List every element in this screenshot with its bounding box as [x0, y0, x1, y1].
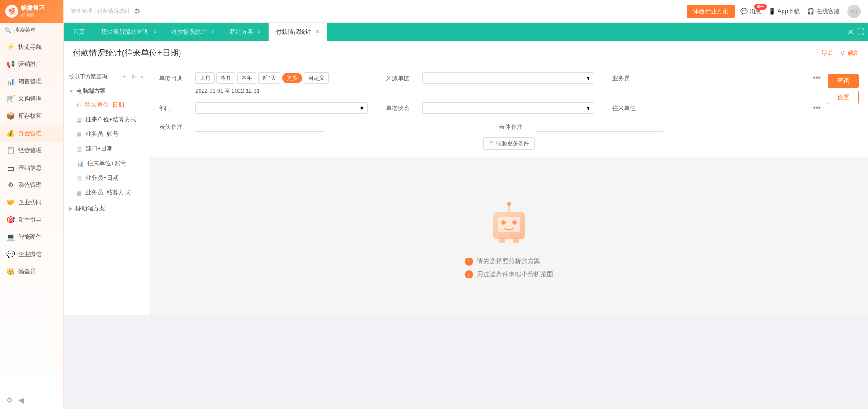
sidebar-item-member[interactable]: 👑 畅会员	[0, 263, 63, 280]
app-download-button[interactable]: 📱 App下载	[768, 7, 800, 15]
tab-payments-close[interactable]: ×	[316, 29, 319, 35]
hardware-icon: 💻	[6, 233, 15, 241]
sidebar-item-enterprise[interactable]: 🤝 企业协同	[0, 194, 63, 211]
source-doc-label: 来源单据	[386, 72, 413, 82]
filter-fields: 单据日期 上月 本月 本年 近7天 更多	[159, 72, 821, 132]
sidebar-item-basic[interactable]: 🗃 基础信息	[0, 159, 63, 177]
query-set-group: 查询 设置	[828, 74, 859, 104]
empty-hint-2: 2 用过滤条件来缩小分析范围	[465, 270, 553, 278]
filter-section: 单据日期 上月 本月 本年 近7天 更多	[150, 65, 868, 157]
mobile-plans-header[interactable]: ▶ 移动端方案	[64, 202, 150, 215]
sidebar-item-sales[interactable]: 📊 销售管理	[0, 73, 63, 90]
tab-cashflow[interactable]: 现金银行流水查询 ×	[94, 23, 164, 41]
header-note-field	[195, 121, 481, 132]
desktop-plans-header[interactable]: ▼ 电脑端方案	[64, 84, 150, 98]
plan-item-dept-date[interactable]: ▦ 部门+日期	[64, 141, 150, 156]
right-content: 单据日期 上月 本月 本年 近7天 更多	[150, 65, 868, 315]
plan-item-staff-settlement[interactable]: ▦ 业务员+结算方式	[64, 185, 150, 200]
sidebar-item-wechat[interactable]: 💬 企业微信	[0, 246, 63, 263]
doc-status-select[interactable]: ▾	[422, 102, 594, 114]
counterparty-input[interactable]	[649, 102, 811, 113]
date-this-month[interactable]: 本月	[216, 72, 235, 84]
search-menu[interactable]: 🔍 搜索菜单	[0, 23, 63, 38]
date-buttons-row: 上月 本月 本年 近7天 更多 自定义	[195, 72, 329, 84]
plan-icon-5: ▦	[76, 175, 82, 182]
plan-settings-icon[interactable]: ⚙	[131, 73, 137, 80]
tab-payments[interactable]: 付款情况统计 ×	[269, 23, 327, 41]
collapse-button[interactable]: ⌃ 收起更多条件	[483, 137, 535, 150]
sidebar-item-inventory[interactable]: 📦 库存核算	[0, 107, 63, 125]
tab-new-plan[interactable]: 新建方案 ×	[222, 23, 269, 41]
logo-text: 畅捷通巧 标准版	[21, 4, 45, 19]
query-button[interactable]: 查询	[828, 74, 859, 88]
sidebar-item-quick-nav[interactable]: ⚡ 快捷导航	[0, 38, 63, 56]
plan-item-staff-date[interactable]: ▦ 业务员+日期	[64, 171, 150, 185]
tab-new-plan-close[interactable]: ×	[258, 29, 261, 35]
messages-button[interactable]: 💬 消息 99+	[740, 7, 761, 15]
trial-button[interactable]: 体验行业方案	[687, 5, 735, 18]
date-7days[interactable]: 近7天	[258, 72, 280, 84]
add-plan-icon[interactable]: ＋	[121, 72, 127, 81]
export-button[interactable]: ↑ 导出	[817, 49, 833, 57]
settings-button[interactable]: 设置	[828, 91, 859, 104]
messages-badge: 99+	[754, 4, 767, 10]
online-service-button[interactable]: 🎧 在线客服	[807, 7, 840, 15]
header-actions: 体验行业方案	[687, 5, 735, 18]
enterprise-icon: 🤝	[6, 198, 15, 207]
sidebar-nav: ⚡ 快捷导航 📢 营销推广 📊 销售管理 🛒 采购管理 📦 库存核算 💰 资金管…	[0, 38, 63, 391]
purchase-icon: 🛒	[6, 95, 15, 103]
tab-home[interactable]: 首页	[64, 23, 94, 41]
plan-item-unit-date[interactable]: ⊙ 往来单位+日期	[64, 98, 150, 112]
left-plan-panel: 按以下方案查询 ＋ ⚙ « ▼ 电脑端方案 ⊙ 往来单位+日期	[64, 65, 150, 315]
date-this-year[interactable]: 本年	[237, 72, 256, 84]
empty-hint-1: 1 请先选择要分析的方案	[465, 258, 540, 266]
sidebar-item-purchase[interactable]: 🛒 采购管理	[0, 90, 63, 107]
close-all-tabs-icon[interactable]: ✕	[848, 28, 853, 36]
expand-icon[interactable]: ⛶	[857, 28, 864, 36]
salesman-dots[interactable]: •••	[813, 74, 821, 82]
collapse-panel-icon[interactable]: «	[140, 73, 144, 80]
header-note-input[interactable]	[195, 121, 323, 132]
date-filter-content: 上月 本月 本年 近7天 更多 自定义 2022-01-01 至 2022-12…	[195, 72, 368, 95]
dept-chevron: ▾	[360, 105, 364, 111]
header-note-label: 表头备注	[159, 121, 186, 131]
source-doc-field: ▾	[422, 72, 594, 84]
svg-rect-6	[499, 238, 505, 243]
sidebar-item-operation[interactable]: 📋 经营管理	[0, 142, 63, 159]
salesman-input[interactable]	[649, 72, 811, 83]
plan-item-unit-settlement[interactable]: ▦ 往来单位+结算方式	[64, 112, 150, 127]
sidebar: 畅 畅捷通巧 标准版 🔍 搜索菜单 ⚡ 快捷导航 📢 营销推广 📊 销售管理 🛒…	[0, 0, 64, 409]
settings-footer-icon[interactable]: ⚙	[6, 396, 13, 404]
plan-icon-1: ▦	[76, 116, 82, 123]
sidebar-item-finance[interactable]: 💰 资金管理	[0, 125, 63, 142]
wechat-icon: 💬	[6, 250, 15, 258]
sidebar-item-marketing[interactable]: 📢 营销推广	[0, 56, 63, 73]
date-last-month[interactable]: 上月	[195, 72, 215, 84]
mobile-plans-group: ▶ 移动端方案	[64, 202, 150, 215]
sidebar-item-hardware[interactable]: 💻 智能硬件	[0, 228, 63, 246]
plan-item-unit-account[interactable]: 📊 往来单位+账号	[64, 156, 150, 171]
plan-item-staff-account[interactable]: ▦ 业务员+账号	[64, 127, 150, 141]
counterparty-dots[interactable]: •••	[813, 104, 821, 112]
inventory-icon: 📦	[6, 112, 15, 120]
tab-receipts-close[interactable]: ×	[211, 29, 215, 35]
sidebar-item-guide[interactable]: 🎯 新手引导	[0, 211, 63, 228]
counterparty-field: •••	[649, 102, 821, 113]
sidebar-item-system[interactable]: ⚙ 系统管理	[0, 177, 63, 194]
dept-label: 部门	[159, 102, 186, 112]
tab-cashflow-close[interactable]: ×	[153, 29, 156, 35]
user-avatar[interactable]: Rit	[847, 5, 861, 18]
settings-icon[interactable]: ⚙	[134, 7, 140, 15]
tab-receipts[interactable]: 收款情况统计 ×	[164, 23, 222, 41]
empty-icon	[482, 194, 536, 248]
collapse-sidebar-icon[interactable]: ◀	[18, 396, 24, 404]
source-doc-select[interactable]: ▾	[422, 72, 594, 84]
date-more[interactable]: 更多	[282, 73, 302, 83]
collapse-icon: ⌃	[489, 141, 494, 147]
refresh-button[interactable]: ↺ 刷新	[840, 49, 859, 57]
date-custom[interactable]: 自定义	[304, 72, 329, 84]
body-note-input[interactable]	[535, 121, 663, 132]
mobile-group-arrow: ▶	[69, 206, 73, 211]
dept-select[interactable]: ▾	[195, 102, 368, 114]
page-content: 付款情况统计(往来单位+日期) ↑ 导出 ↺ 刷新 按以下方案查询	[64, 41, 868, 409]
